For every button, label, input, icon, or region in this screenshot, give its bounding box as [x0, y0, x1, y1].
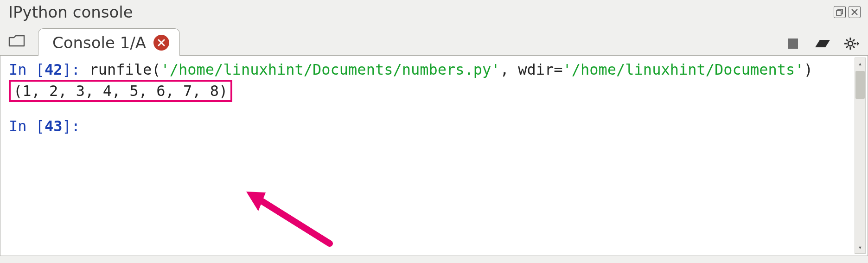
- panel-title: IPython console: [8, 3, 133, 21]
- vertical-scrollbar[interactable]: ▴ ▾: [855, 58, 866, 254]
- output-cell-42: (1, 2, 3, 4, 5, 6, 7, 8): [9, 79, 848, 102]
- clear-console-icon[interactable]: [812, 37, 831, 50]
- scroll-up-icon[interactable]: ▴: [858, 58, 862, 70]
- svg-line-15: [846, 46, 848, 48]
- tab-bar: Console 1/A: [0, 21, 868, 56]
- input-cell-43: In [43]:: [9, 117, 848, 135]
- svg-rect-1: [836, 11, 841, 15]
- scroll-down-icon[interactable]: ▾: [858, 242, 862, 254]
- stop-kernel-icon[interactable]: [786, 37, 799, 50]
- svg-line-14: [853, 39, 855, 41]
- svg-point-7: [848, 41, 853, 46]
- tab-label: Console 1/A: [52, 33, 146, 52]
- browse-tabs-icon[interactable]: [8, 33, 25, 49]
- console-output-area[interactable]: In [42]: runfile('/home/linuxhint/Docume…: [0, 56, 868, 256]
- svg-line-12: [846, 39, 848, 41]
- window-controls: [834, 6, 861, 18]
- highlighted-output: (1, 2, 3, 4, 5, 6, 7, 8): [9, 80, 232, 102]
- close-tab-icon[interactable]: [153, 35, 169, 51]
- svg-rect-6: [788, 38, 798, 49]
- annotation-arrow-icon: [242, 188, 344, 253]
- restore-window-icon[interactable]: [834, 6, 846, 18]
- svg-line-13: [853, 46, 855, 48]
- close-panel-icon[interactable]: [849, 6, 861, 18]
- svg-line-16: [255, 197, 330, 244]
- scroll-thumb[interactable]: [855, 71, 865, 99]
- tab-console-1a[interactable]: Console 1/A: [38, 28, 180, 56]
- input-cell-42: In [42]: runfile('/home/linuxhint/Docume…: [9, 60, 848, 79]
- options-gear-icon[interactable]: [844, 37, 860, 51]
